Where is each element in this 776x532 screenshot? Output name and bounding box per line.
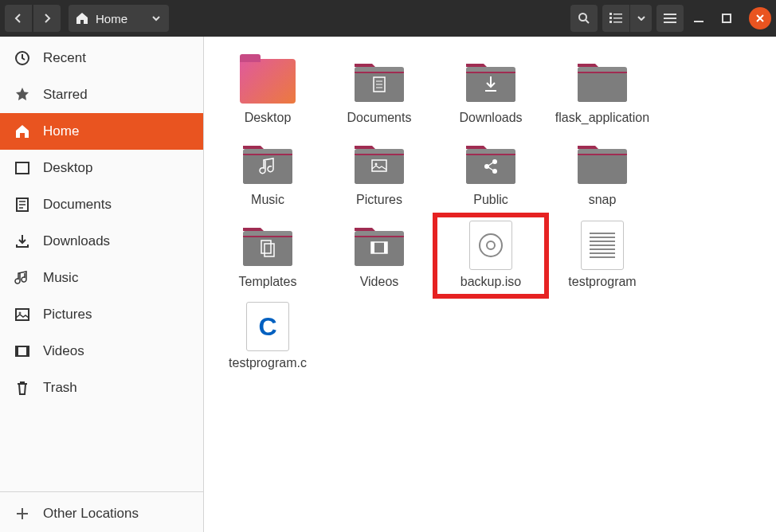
- view-list-button[interactable]: [602, 5, 629, 32]
- file-label: testprogram.c: [229, 355, 307, 372]
- svg-point-32: [375, 162, 378, 165]
- main-area: RecentStarredHomeDesktopDocumentsDownloa…: [0, 37, 776, 532]
- file-label: flask_application: [555, 110, 649, 127]
- titlebar: Home: [0, 0, 776, 37]
- svg-rect-10: [694, 21, 703, 22]
- minimize-icon: [694, 13, 705, 24]
- sidebar-label: Starred: [43, 87, 88, 103]
- hamburger-menu-button[interactable]: [656, 5, 684, 32]
- file-item[interactable]: Desktop: [212, 51, 323, 133]
- picture-icon: [14, 307, 30, 323]
- file-item[interactable]: Public: [435, 133, 547, 215]
- folder-icon: [351, 221, 407, 269]
- search-icon: [578, 12, 590, 25]
- svg-rect-5: [609, 21, 612, 23]
- minimize-button[interactable]: [688, 7, 711, 29]
- file-label: Public: [473, 192, 508, 209]
- home-icon: [14, 123, 30, 139]
- forward-button[interactable]: [33, 5, 61, 32]
- file-item[interactable]: testprogram: [547, 215, 658, 297]
- view-dropdown-button[interactable]: [629, 5, 652, 32]
- trash-icon: [14, 380, 30, 396]
- folder-icon: [463, 139, 519, 187]
- file-item[interactable]: flask_application: [547, 51, 658, 133]
- sidebar: RecentStarredHomeDesktopDocumentsDownloa…: [0, 37, 204, 532]
- hamburger-icon: [664, 13, 676, 24]
- sidebar-item-trash[interactable]: Trash: [0, 370, 203, 406]
- sidebar-label: Documents: [43, 197, 112, 213]
- svg-rect-11: [723, 14, 731, 22]
- sidebar-item-pictures[interactable]: Pictures: [0, 296, 203, 333]
- sidebar-other-locations[interactable]: Other Locations: [0, 495, 203, 532]
- sidebar-item-documents[interactable]: Documents: [0, 186, 203, 223]
- svg-rect-18: [16, 346, 18, 356]
- svg-rect-41: [243, 237, 292, 266]
- svg-point-37: [492, 169, 497, 174]
- svg-rect-4: [613, 18, 622, 19]
- sidebar-item-home[interactable]: Home: [0, 113, 203, 150]
- disc-file-icon: [469, 221, 512, 270]
- sidebar-item-desktop[interactable]: Desktop: [0, 150, 203, 186]
- file-label: Downloads: [459, 110, 522, 127]
- file-label: backup.iso: [461, 274, 522, 291]
- file-label: snap: [589, 192, 617, 209]
- maximize-icon: [722, 14, 731, 23]
- chevron-left-icon: [14, 13, 23, 24]
- text-file-icon: [581, 221, 624, 270]
- sidebar-label: Music: [43, 270, 78, 286]
- svg-rect-39: [578, 155, 627, 184]
- file-item[interactable]: snap: [547, 133, 658, 215]
- sidebar-item-starred[interactable]: Starred: [0, 76, 203, 113]
- svg-rect-34: [466, 155, 515, 184]
- chevron-down-icon: [637, 16, 645, 21]
- sidebar-label: Other Locations: [43, 506, 139, 522]
- file-view[interactable]: Desktop Documents Downloads flask_applic…: [204, 37, 776, 532]
- home-icon: [75, 11, 89, 25]
- folder-icon: [240, 139, 296, 187]
- folder-icon: [351, 139, 407, 187]
- file-grid: Desktop Documents Downloads flask_applic…: [212, 51, 768, 378]
- sidebar-item-downloads[interactable]: Downloads: [0, 223, 203, 260]
- svg-rect-48: [384, 242, 387, 253]
- sidebar-label: Desktop: [43, 160, 92, 176]
- sidebar-label: Recent: [43, 50, 86, 66]
- svg-point-35: [484, 164, 489, 169]
- path-bar[interactable]: Home: [69, 5, 169, 32]
- maximize-button[interactable]: [715, 7, 738, 29]
- svg-rect-6: [613, 22, 622, 23]
- file-label: testprogram: [568, 274, 636, 291]
- svg-rect-1: [609, 13, 612, 15]
- sidebar-item-music[interactable]: Music: [0, 260, 203, 296]
- svg-rect-47: [371, 242, 374, 253]
- file-item[interactable]: Downloads: [435, 51, 547, 133]
- path-label: Home: [96, 12, 129, 25]
- svg-rect-9: [664, 22, 676, 23]
- file-label: Pictures: [356, 192, 402, 209]
- file-item[interactable]: Pictures: [323, 133, 435, 215]
- file-item[interactable]: backup.iso: [435, 215, 547, 297]
- svg-rect-15: [16, 309, 29, 320]
- document-icon: [14, 197, 30, 213]
- svg-point-16: [19, 312, 22, 315]
- file-label: Desktop: [245, 110, 292, 127]
- folder-icon: [574, 139, 630, 187]
- sidebar-item-recent[interactable]: Recent: [0, 40, 203, 76]
- chevron-down-icon: [151, 15, 161, 22]
- close-button[interactable]: [749, 7, 771, 29]
- file-item[interactable]: Ctestprogram.c: [212, 296, 323, 378]
- sidebar-label: Trash: [43, 380, 77, 396]
- back-button[interactable]: [5, 5, 32, 32]
- file-label: Videos: [360, 274, 399, 291]
- sidebar-item-videos[interactable]: Videos: [0, 333, 203, 370]
- c-file-icon: C: [246, 302, 289, 351]
- file-item[interactable]: Videos: [323, 215, 435, 297]
- svg-rect-8: [664, 18, 676, 19]
- file-item[interactable]: Documents: [323, 51, 435, 133]
- search-button[interactable]: [570, 5, 598, 32]
- download-icon: [14, 233, 30, 249]
- file-item[interactable]: Music: [212, 133, 323, 215]
- video-icon: [14, 343, 30, 359]
- svg-point-36: [492, 159, 497, 164]
- square-icon: [14, 160, 30, 176]
- file-item[interactable]: Templates: [212, 215, 323, 297]
